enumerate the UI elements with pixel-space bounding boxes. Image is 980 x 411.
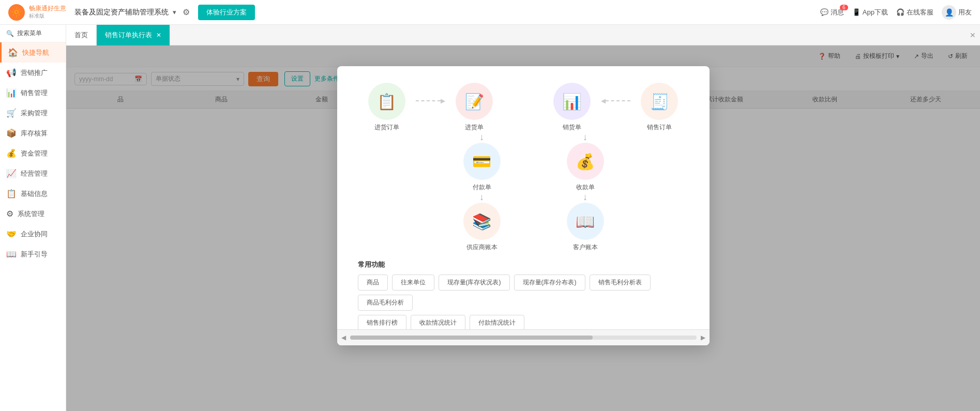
search-icon: 🔍 <box>6 30 14 37</box>
func-buttons-row2: 销售排行榜 收款情况统计 付款情况统计 <box>358 315 689 329</box>
func-btn-sales-profit[interactable]: 销售毛利分析表 <box>590 275 651 291</box>
flow-label-customer-account: 客户账本 <box>573 243 598 252</box>
func-btn-stock-status[interactable]: 现存量(库存状况表) <box>439 275 510 291</box>
arrow-down-payment: ↓ <box>451 192 513 203</box>
func-btn-sales-rank[interactable]: 销售排行榜 <box>358 315 406 329</box>
flow-label-supplier-account: 供应商账本 <box>466 243 497 252</box>
flow-label-sales-bill: 销货单 <box>563 123 581 132</box>
logo-text: 畅康通好生意 <box>29 5 66 12</box>
sidebar-item-basic[interactable]: 📋 基础信息 <box>0 184 66 204</box>
func-btn-stock-dist[interactable]: 现存量(库存分布表) <box>514 275 585 291</box>
user-avatar: 👤 <box>942 5 956 20</box>
func-btn-payment-stats[interactable]: 付款情况统计 <box>470 315 524 329</box>
scroll-left-icon[interactable]: ◀ <box>341 334 346 341</box>
flow-label-receipt: 收款单 <box>576 183 595 192</box>
settings-icon[interactable]: ⚙ <box>183 7 190 17</box>
message-icon: 💬 <box>820 8 828 16</box>
func-btn-goods[interactable]: 商品 <box>358 275 388 291</box>
user-name: 用友 <box>958 8 972 17</box>
basic-icon: 📋 <box>6 189 17 199</box>
logo-sub: 标准版 <box>29 12 66 20</box>
sidebar-item-inventory[interactable]: 📦 库存核算 <box>0 123 66 143</box>
sidebar-item-finance[interactable]: 💰 资金管理 <box>0 143 66 163</box>
purchase-icon: 🛒 <box>6 108 17 118</box>
sidebar-item-collab[interactable]: 🤝 企业协同 <box>0 224 66 244</box>
flow-node-receipt: 💰 收款单 <box>554 143 616 192</box>
trial-button[interactable]: 体验行业方案 <box>198 5 255 20</box>
app-download-icon: 📱 <box>852 8 861 16</box>
func-btn-goods-profit[interactable]: 商品毛利分析 <box>358 295 413 311</box>
flow-circle-sales-bill: 📊 <box>553 83 591 120</box>
scroll-right-icon[interactable]: ▶ <box>701 334 705 341</box>
scrollbar-thumb <box>350 336 593 340</box>
sidebar-label-purchase: 采购管理 <box>21 109 48 118</box>
tab-close-icon[interactable]: ✕ <box>156 32 161 39</box>
flow-node-payment: 💳 付款单 <box>451 143 513 192</box>
sidebar-item-purchase[interactable]: 🛒 采购管理 <box>0 103 66 123</box>
sidebar-item-guide[interactable]: 📖 新手引导 <box>0 244 66 264</box>
func-btn-receipt-stats[interactable]: 收款情况统计 <box>411 315 465 329</box>
sidebar-label-quicknav: 快捷导航 <box>22 48 49 57</box>
flow-label-sales-order: 销售订单 <box>647 123 672 132</box>
sidebar-item-marketing[interactable]: 📢 营销推广 <box>0 63 66 83</box>
system-title: 装备及固定资产辅助管理系统 <box>74 8 169 17</box>
sales-icon: 📊 <box>6 88 17 98</box>
dropdown-icon[interactable]: ▾ <box>173 8 176 16</box>
common-functions: 常用功能 商品 往来单位 现存量(库存状况表) 现存量(库存分布表) 销售毛利分… <box>358 260 689 329</box>
sidebar-label-sales: 销售管理 <box>21 88 48 98</box>
func-buttons-row: 商品 往来单位 现存量(库存状况表) 现存量(库存分布表) 销售毛利分析表 商品… <box>358 275 689 311</box>
user-menu-button[interactable]: 👤 用友 <box>942 5 972 20</box>
flow-node-supplier-account: 📚 供应商账本 <box>451 203 513 252</box>
headset-icon: 🎧 <box>896 8 904 16</box>
online-service-button[interactable]: 🎧 在线客服 <box>896 8 933 17</box>
common-funcs-title: 常用功能 <box>358 260 689 269</box>
sidebar: 🔍 搜索菜单 🏠 快捷导航 📢 营销推广 📊 销售管理 🛒 采购管理 📦 <box>0 25 66 411</box>
flow-label-purchase-order: 进货订单 <box>374 123 399 132</box>
sidebar-label-marketing: 营销推广 <box>21 68 48 78</box>
message-badge: 6 <box>840 5 848 10</box>
inventory-icon: 📦 <box>6 128 17 138</box>
sidebar-label-guide: 新手引导 <box>21 250 48 259</box>
tab-sales-order[interactable]: 销售订单执行表 ✕ <box>97 25 170 45</box>
tab-home-label: 首页 <box>74 31 88 40</box>
flow-label-purchase-bill: 进货单 <box>465 123 484 132</box>
collab-icon: 🤝 <box>6 229 17 239</box>
logo-icon: 🔆 <box>8 4 25 21</box>
sidebar-label-operation: 经营管理 <box>21 169 48 178</box>
modal-scrollbar[interactable]: ◀ ▶ <box>337 329 710 345</box>
content-body: ❓ 帮助 🖨 按模板打印 ▾ ↗ 导出 ↺ 刷新 <box>66 45 980 411</box>
sidebar-label-collab: 企业协同 <box>21 230 48 239</box>
flow-circle-purchase-order: 📋 <box>368 83 405 120</box>
modal-overlay[interactable]: 📋 进货订单 ▶ <box>66 45 980 411</box>
tab-sales-order-label: 销售订单执行表 <box>105 31 152 40</box>
flow-node-purchase-bill: 📝 进货单 <box>445 83 504 132</box>
finance-icon: 💰 <box>6 148 17 158</box>
arrow-down-receipt: ↓ <box>554 192 616 203</box>
sidebar-item-system[interactable]: ⚙ 系统管理 <box>0 204 66 224</box>
marketing-icon: 📢 <box>6 68 17 78</box>
sidebar-item-operation[interactable]: 📈 经营管理 <box>0 163 66 184</box>
flow-modal: 📋 进货订单 ▶ <box>337 66 710 345</box>
app-download-label: App下载 <box>863 8 888 17</box>
online-service-label: 在线客服 <box>907 8 933 17</box>
arrow-down-purchase-bill: ↓ <box>451 132 513 143</box>
flow-circle-payment: 💳 <box>463 143 501 180</box>
app-download-button[interactable]: 📱 App下载 <box>852 8 888 17</box>
operation-icon: 📈 <box>6 169 17 178</box>
flow-circle-sales-order: 🧾 <box>641 83 678 120</box>
content-area: 首页 销售订单执行表 ✕ ✕ ❓ 帮助 <box>66 25 980 411</box>
flow-circle-customer-account: 📖 <box>567 203 604 240</box>
sidebar-label-inventory: 库存核算 <box>21 129 48 138</box>
flow-circle-receipt: 💰 <box>567 143 604 180</box>
tab-home[interactable]: 首页 <box>66 25 97 45</box>
guide-icon: 📖 <box>6 249 17 259</box>
sidebar-item-sales[interactable]: 📊 销售管理 <box>0 83 66 103</box>
modal-body: 📋 进货订单 ▶ <box>337 66 710 329</box>
func-btn-partner[interactable]: 往来单位 <box>392 275 434 291</box>
flow-node-sales-bill: 📊 销货单 <box>542 83 601 132</box>
tab-bar-close-icon[interactable]: ✕ <box>970 31 976 39</box>
flow-node-purchase-order: 📋 进货订单 <box>358 83 416 132</box>
message-button[interactable]: 💬 消息 6 <box>820 8 844 17</box>
sidebar-item-quicknav[interactable]: 🏠 快捷导航 <box>0 42 66 63</box>
search-menu-button[interactable]: 🔍 搜索菜单 <box>0 25 66 42</box>
